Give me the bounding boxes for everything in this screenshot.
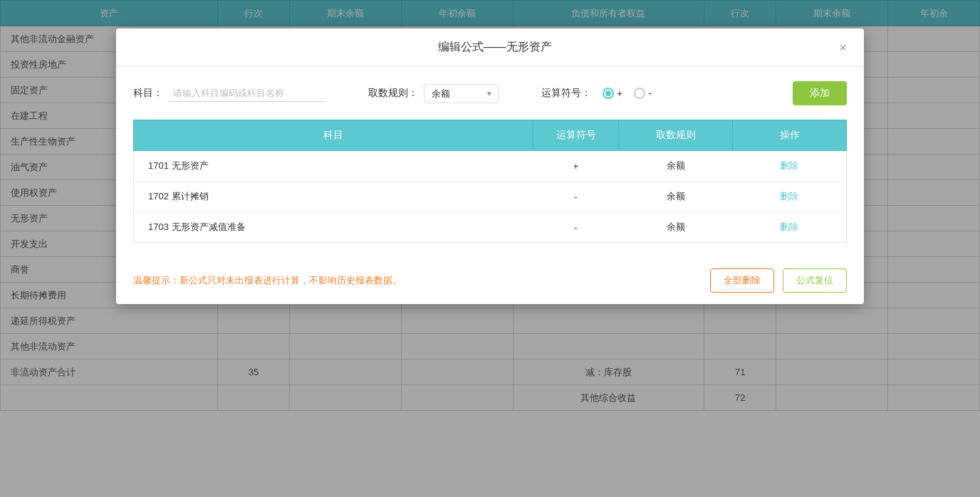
rule-select[interactable]: 余额 借方发生额 贷方发生额 借方累计 贷方累计 (424, 84, 499, 103)
hint-text: 温馨提示：新公式只对未出报表进行计算，不影响历史报表数据。 (133, 274, 402, 287)
radio-minus-icon (634, 88, 645, 99)
formula-subject-cell: 1702 累计摊销 (134, 182, 533, 212)
rule-label: 取数规则： (368, 87, 418, 100)
formula-action-cell: 删除 (733, 151, 847, 182)
formula-rule-cell: 余额 (619, 182, 733, 212)
formula-action-cell: 删除 (733, 212, 847, 243)
modal-header: 编辑公式——无形资产 × (116, 28, 864, 67)
rule-select-wrap: 余额 借方发生额 贷方发生额 借方累计 贷方累计 ▼ (424, 84, 499, 103)
delete-row-button[interactable]: 删除 (780, 191, 798, 202)
delete-all-button[interactable]: 全部删除 (710, 268, 774, 293)
table-row: 1702 累计摊销-余额删除 (134, 182, 847, 212)
col-action-header: 操作 (733, 120, 847, 151)
modal-body: 科目： 取数规则： 余额 借方发生额 贷方发生额 借方累计 贷方累计 (116, 67, 864, 257)
subject-section: 科目： (133, 85, 325, 102)
reset-formula-button[interactable]: 公式复位 (783, 268, 847, 293)
edit-formula-modal: 编辑公式——无形资产 × 科目： 取数规则： 余额 借方发生额 (116, 28, 864, 304)
operator-label: 运算符号： (541, 87, 591, 100)
operator-radio-group: + - (603, 88, 652, 99)
operator-plus-label: + (617, 88, 622, 99)
form-row: 科目： 取数规则： 余额 借方发生额 贷方发生额 借方累计 贷方累计 (133, 81, 847, 105)
formula-rule-cell: 余额 (619, 151, 733, 182)
modal-backdrop: 编辑公式——无形资产 × 科目： 取数规则： 余额 借方发生额 (0, 0, 980, 497)
delete-row-button[interactable]: 删除 (780, 160, 798, 171)
operator-minus-label: - (648, 88, 652, 99)
table-row: 1703 无形资产减值准备-余额删除 (134, 212, 847, 243)
operator-plus-radio[interactable]: + (603, 88, 622, 99)
operator-section: 运算符号： + - (541, 87, 652, 100)
operator-minus-radio[interactable]: - (634, 88, 652, 99)
footer-buttons: 全部删除 公式复位 (710, 268, 847, 293)
radio-plus-icon (603, 88, 614, 99)
col-rule-header: 取数规则 (619, 120, 733, 151)
col-subject-header: 科目 (134, 120, 533, 151)
rule-section: 取数规则： 余额 借方发生额 贷方发生额 借方累计 贷方累计 ▼ (368, 84, 499, 103)
modal-footer: 温馨提示：新公式只对未出报表进行计算，不影响历史报表数据。 全部删除 公式复位 (116, 257, 864, 304)
subject-label: 科目： (133, 87, 163, 100)
formula-operator-cell: - (533, 182, 619, 212)
table-row: 1701 无形资产+余额删除 (134, 151, 847, 182)
formula-rule-cell: 余额 (619, 212, 733, 243)
modal-title: 编辑公式——无形资产 (150, 40, 839, 55)
formula-action-cell: 删除 (733, 182, 847, 212)
subject-input[interactable] (169, 85, 325, 102)
formula-operator-cell: - (533, 212, 619, 243)
col-operator-header: 运算符号 (533, 120, 619, 151)
formula-subject-cell: 1703 无形资产减值准备 (134, 212, 533, 243)
add-button[interactable]: 添加 (793, 81, 847, 105)
formula-table: 科目 运算符号 取数规则 操作 1701 无形资产+余额删除1702 累计摊销-… (133, 120, 847, 243)
modal-close-button[interactable]: × (839, 41, 847, 54)
formula-operator-cell: + (533, 151, 619, 182)
delete-row-button[interactable]: 删除 (780, 221, 798, 232)
formula-subject-cell: 1701 无形资产 (134, 151, 533, 182)
